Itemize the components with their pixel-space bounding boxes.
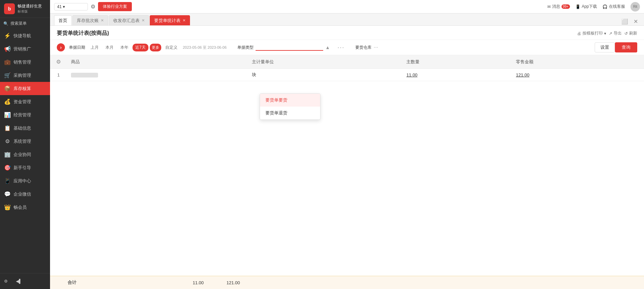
sidebar-item-label: 快捷导航 <box>14 33 31 39</box>
sidebar-item-label: 营销推广 <box>14 46 31 52</box>
avatar: Rit <box>630 2 640 12</box>
th-gear[interactable]: ⚙ <box>50 55 67 69</box>
type-dropdown-menu: 要货单要货 要货单退货 <box>260 93 320 120</box>
more-dates-btn[interactable]: 更多 <box>150 44 161 51</box>
sidebar-item-purchase[interactable]: 🛒 采购管理 <box>0 69 50 82</box>
type-chevron-up-icon[interactable]: ▲ <box>325 45 330 50</box>
message-icon: ✉ <box>547 4 551 9</box>
basic-info-icon: 📋 <box>4 125 11 131</box>
print-button[interactable]: 🖨 按模板打印 ▾ <box>577 30 606 36</box>
tab-inventory-batch-close[interactable]: ✕ <box>101 18 104 23</box>
sidebar-logo: b 畅捷通好生意 标准版 <box>0 0 50 18</box>
sidebar-item-member[interactable]: 👑 畅会员 <box>0 201 50 214</box>
sidebar-item-inventory[interactable]: 📦 库存核算 <box>0 82 50 95</box>
sidebar-item-quick-nav[interactable]: ⚡ 快捷导航 <box>0 29 50 42</box>
export-icon: ↗ <box>609 31 612 36</box>
row-quantity[interactable]: 11.00 <box>402 69 512 81</box>
finance-icon: 💰 <box>4 98 11 105</box>
settings-button[interactable]: 设置 <box>595 42 615 52</box>
user-avatar-button[interactable]: Rit <box>630 2 640 12</box>
filter-expand-btn[interactable]: › <box>57 43 65 51</box>
sales-icon: 💼 <box>4 59 11 65</box>
sidebar-item-guide[interactable]: 🎯 新手引导 <box>0 161 50 174</box>
sidebar-item-label: 基础信息 <box>14 125 31 131</box>
tab-receivable-summary[interactable]: 收发存汇总表 ✕ <box>109 15 149 25</box>
tab-inventory-batch[interactable]: 库存批次账 ✕ <box>72 15 108 25</box>
sidebar-item-finance[interactable]: 💰 资金管理 <box>0 95 50 108</box>
last-7-days-btn[interactable]: 近7天 <box>133 44 148 51</box>
company-selector[interactable]: 41 ▾ <box>54 3 88 10</box>
sidebar-item-operations[interactable]: 📊 经营管理 <box>0 108 50 121</box>
messages-button[interactable]: ✉ 消息 99+ <box>547 4 570 9</box>
headset-icon: 🎧 <box>602 4 607 9</box>
collapse-icon: ◀▌ <box>16 279 22 284</box>
table-wrap: ⚙ 商品 主计量单位 主数量 零售金额 <box>50 55 644 102</box>
sidebar-collapse-btn[interactable]: ◀▌ <box>12 276 26 286</box>
sidebar-item-label: 畅会员 <box>14 204 27 210</box>
sidebar-item-label: 企业协同 <box>14 152 31 158</box>
page-actions: 🖨 按模板打印 ▾ ↗ 导出 ↺ 刷新 <box>577 30 637 36</box>
row-amount[interactable]: 121.00 <box>512 69 644 81</box>
topbar: 41 ▾ ⚙ 体验行业方案 ✉ 消息 99+ 📱 App下载 🎧 在线客服 <box>50 0 644 14</box>
sidebar-item-wechat[interactable]: 💬 企业微信 <box>0 187 50 201</box>
tab-order-summary[interactable]: 要货单统计表 ✕ <box>150 15 190 25</box>
tab-receivable-summary-close[interactable]: ✕ <box>142 18 145 23</box>
query-button[interactable]: 查询 <box>615 42 637 52</box>
tab-maximize-btn[interactable]: ⬜ <box>619 18 630 25</box>
export-label: 导出 <box>614 30 622 36</box>
dropdown-item-order-goods[interactable]: 要货单要货 <box>260 94 320 107</box>
this-month-btn[interactable]: 本月 <box>103 44 116 51</box>
warehouse-more-icon[interactable]: ··· <box>374 44 378 50</box>
operations-icon: 📊 <box>4 112 11 118</box>
sidebar-item-sales[interactable]: 💼 销售管理 <box>0 55 50 69</box>
logo-sub: 标准版 <box>18 9 42 14</box>
quick-nav-icon: ⚡ <box>4 32 11 39</box>
sidebar-item-system[interactable]: ⚙ 系统管理 <box>0 135 50 148</box>
data-table: ⚙ 商品 主计量单位 主数量 零售金额 <box>50 55 644 81</box>
sidebar-item-basic-info[interactable]: 📋 基础信息 <box>0 121 50 135</box>
tab-close-all-btn[interactable]: ✕ <box>631 18 640 25</box>
refresh-button[interactable]: ↺ 刷新 <box>624 30 637 36</box>
inventory-icon: 📦 <box>4 85 11 92</box>
logo-text: 畅捷通好生意 <box>18 4 42 9</box>
mobile-icon: 📱 <box>575 4 580 9</box>
sidebar-settings-btn[interactable]: ⚙ <box>0 276 12 286</box>
th-amount: 零售金额 <box>512 55 644 69</box>
app-center-icon: 📱 <box>4 178 11 184</box>
member-icon: 👑 <box>4 204 11 210</box>
sidebar-item-label: 系统管理 <box>14 138 31 144</box>
column-settings-icon[interactable]: ⚙ <box>56 59 61 65</box>
tab-receivable-summary-label: 收发存汇总表 <box>113 18 140 24</box>
table-row: 1 块 11.00 121.00 <box>50 69 644 81</box>
tab-order-summary-close[interactable]: ✕ <box>183 18 186 23</box>
trial-button[interactable]: 体验行业方案 <box>98 2 132 11</box>
sidebar-item-label: 经营管理 <box>14 112 31 118</box>
sidebar-item-enterprise[interactable]: 🏢 企业协同 <box>0 148 50 161</box>
user-name: Rit <box>633 5 637 8</box>
filter-bar: › 单据日期 上月 本月 本年 近7天 更多 自定义 2023-05-06 至 … <box>50 40 644 55</box>
dropdown-item-order-goods-label: 要货单要货 <box>265 97 287 103</box>
marketing-icon: 📢 <box>4 46 11 52</box>
online-service-button[interactable]: 🎧 在线客服 <box>602 4 625 9</box>
this-year-btn[interactable]: 本年 <box>118 44 131 51</box>
tab-actions: ⬜ ✕ <box>619 18 640 25</box>
sidebar-item-label: 资金管理 <box>14 99 31 105</box>
custom-date-btn[interactable]: 自定义 <box>163 44 180 51</box>
app-download-button[interactable]: 📱 App下载 <box>575 4 597 9</box>
dropdown-item-order-return[interactable]: 要货单退货 <box>260 107 320 119</box>
wechat-icon: 💬 <box>4 191 11 197</box>
sidebar-item-app-center[interactable]: 📱 应用中心 <box>0 174 50 187</box>
sidebar-search[interactable]: 🔍 搜索菜单 <box>0 18 50 29</box>
system-icon: ⚙ <box>4 138 11 144</box>
sidebar-item-label: 采购管理 <box>14 72 31 79</box>
date-filter-label: 单据日期 <box>69 45 85 50</box>
last-month-btn[interactable]: 上月 <box>88 44 101 51</box>
tab-home[interactable]: 首页 <box>54 15 72 25</box>
footer-quantity: 11.00 <box>189 280 222 285</box>
filter-more-dots[interactable]: ··· <box>337 44 344 51</box>
sidebar-item-marketing[interactable]: 📢 营销推广 <box>0 42 50 55</box>
type-filter-input[interactable] <box>256 44 323 51</box>
topbar-gear-icon[interactable]: ⚙ <box>91 3 95 10</box>
export-button[interactable]: ↗ 导出 <box>609 30 622 36</box>
table-footer: 合计 11.00 121.00 <box>50 276 644 289</box>
